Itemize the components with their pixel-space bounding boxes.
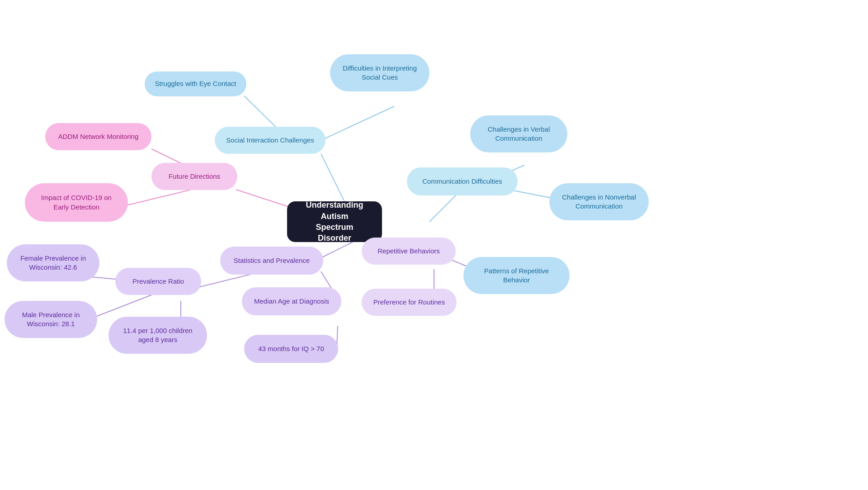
svg-line-8 (124, 188, 199, 206)
children-rate-node: 11.4 per 1,000 children aged 8 years (108, 317, 207, 354)
center-node: Understanding Autism Spectrum Disorder (287, 201, 382, 242)
difficulties-social-cues-node: Difficulties in Interpreting Social Cues (330, 54, 429, 91)
nonverbal-communication-node: Challenges in Nonverbal Communication (549, 183, 649, 220)
months-iq-node: 43 months for IQ > 70 (244, 335, 338, 363)
svg-line-3 (429, 195, 457, 222)
social-interaction-node: Social Interaction Challenges (215, 127, 326, 154)
svg-line-9 (321, 242, 353, 258)
repetitive-behaviors-node: Repetitive Behaviors (362, 238, 456, 265)
prevalence-ratio-node: Prevalence Ratio (115, 268, 201, 295)
verbal-communication-node: Challenges in Verbal Communication (470, 115, 567, 152)
female-prevalence-node: Female Prevalence in Wisconsin: 42.6 (7, 244, 99, 281)
communication-difficulties-node: Communication Difficulties (407, 167, 518, 195)
preference-routines-node: Preference for Routines (362, 289, 457, 316)
patterns-repetitive-node: Patterns of Repetitive Behavior (463, 257, 570, 294)
future-directions-node: Future Directions (151, 163, 237, 190)
covid-node: Impact of COVID-19 on Early Detection (25, 183, 128, 222)
mindmap-canvas: Understanding Autism Spectrum Disorder S… (0, 0, 868, 490)
statistics-prevalence-node: Statistics and Prevalence (220, 247, 323, 275)
struggles-eye-contact-node: Struggles with Eye Contact (145, 71, 246, 96)
svg-line-2 (321, 106, 394, 140)
median-age-node: Median Age at Diagnosis (242, 287, 341, 315)
addm-node: ADDM Network Monitoring (45, 123, 151, 150)
male-prevalence-node: Male Prevalence in Wisconsin: 28.1 (5, 301, 97, 338)
